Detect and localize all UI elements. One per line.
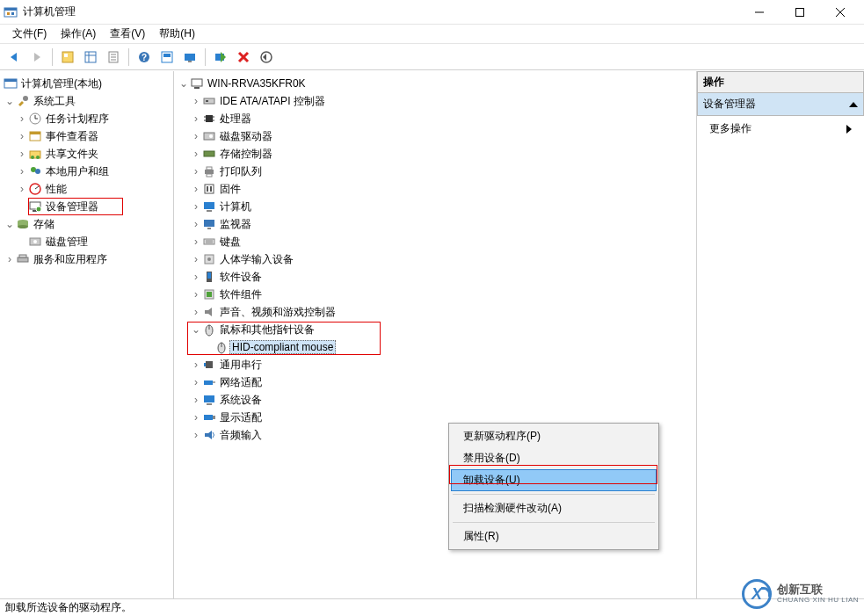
device-usb-serial[interactable]: ›通用串行 <box>174 356 696 373</box>
forward-button[interactable] <box>26 47 47 68</box>
expand-icon[interactable]: › <box>190 127 202 145</box>
tree-item-services-apps[interactable]: › 服务和应用程序 <box>0 250 173 268</box>
menu-help[interactable]: 帮助(H) <box>152 25 202 43</box>
close-button[interactable] <box>820 0 860 25</box>
tree-item-task-scheduler[interactable]: › 任务计划程序 <box>0 110 173 127</box>
svg-rect-38 <box>30 132 40 134</box>
export-button[interactable] <box>103 47 124 68</box>
usb-icon <box>202 358 216 372</box>
expand-icon[interactable]: ⌄ <box>178 75 190 92</box>
device-soft-dev[interactable]: ›软件设备 <box>174 268 696 286</box>
expand-icon[interactable]: › <box>190 303 202 321</box>
back-button[interactable] <box>4 47 25 68</box>
expand-icon[interactable]: › <box>190 180 202 198</box>
watermark-text: 创新互联 CHUANG XIN HU LIAN <box>777 583 859 604</box>
tree-item-device-manager[interactable]: 设备管理器 <box>0 198 173 215</box>
expand-icon[interactable]: › <box>16 127 28 145</box>
svg-point-41 <box>36 156 40 159</box>
svg-rect-96 <box>204 395 214 402</box>
expand-icon[interactable]: › <box>16 110 28 127</box>
scan-hardware-button[interactable] <box>210 47 231 68</box>
device-sys-devices[interactable]: ›系统设备 <box>174 391 696 409</box>
audio-icon <box>202 428 216 442</box>
expand-icon[interactable]: › <box>190 286 202 303</box>
expand-icon[interactable]: › <box>4 250 16 268</box>
device-sound[interactable]: ›声音、视频和游戏控制器 <box>174 303 696 321</box>
tree-label: 服务和应用程序 <box>33 252 107 267</box>
toolbar-button-6[interactable] <box>156 47 178 68</box>
device-mouse-hid[interactable]: HID-compliant mouse <box>174 338 696 356</box>
expand-icon[interactable]: › <box>190 233 202 250</box>
show-hide-tree-button[interactable] <box>57 47 78 68</box>
expand-icon[interactable]: ⌄ <box>190 321 202 338</box>
tree-item-performance[interactable]: › 性能 <box>0 180 173 198</box>
device-cpu[interactable]: ›处理器 <box>174 110 696 127</box>
context-menu: 更新驱动程序(P) 禁用设备(D) 卸载设备(U) 扫描检测硬件改动(A) 属性… <box>448 423 659 550</box>
expand-icon[interactable]: › <box>190 92 202 110</box>
expand-icon[interactable]: › <box>16 145 28 163</box>
collapse-icon <box>849 102 858 107</box>
device-soft-comp[interactable]: ›软件组件 <box>174 286 696 303</box>
device-keyboard[interactable]: ›键盘 <box>174 233 696 250</box>
expand-icon[interactable]: › <box>190 426 202 444</box>
expand-icon[interactable]: › <box>190 356 202 373</box>
firmware-icon <box>202 182 216 196</box>
context-menu-disable[interactable]: 禁用设备(D) <box>451 447 657 469</box>
toolbar-separator-3 <box>205 48 206 66</box>
context-menu-scan[interactable]: 扫描检测硬件改动(A) <box>451 497 657 519</box>
context-menu-uninstall[interactable]: 卸载设备(U) <box>451 469 657 491</box>
device-disk-drives[interactable]: ›磁盘驱动器 <box>174 127 696 145</box>
svg-rect-72 <box>207 186 208 192</box>
tree-item-disk-management[interactable]: 磁盘管理 <box>0 233 173 250</box>
expand-icon[interactable]: › <box>190 268 202 286</box>
device-hid[interactable]: ›人体学输入设备 <box>174 250 696 268</box>
tree-label: 性能 <box>46 182 67 197</box>
device-root[interactable]: ⌄ WIN-RRVA35KFR0K <box>174 75 696 92</box>
menu-file[interactable]: 文件(F) <box>5 25 54 43</box>
uninstall-toolbar-button[interactable] <box>233 47 254 68</box>
tree-item-local-users[interactable]: › 本地用户和组 <box>0 163 173 180</box>
tree-item-root[interactable]: 计算机管理(本地) <box>0 75 173 92</box>
device-storage-ctrl[interactable]: ›存储控制器 <box>174 145 696 163</box>
maximize-button[interactable] <box>780 0 820 25</box>
tree-item-shared-folders[interactable]: › 共享文件夹 <box>0 145 173 163</box>
device-computer[interactable]: ›计算机 <box>174 198 696 215</box>
device-ide[interactable]: ›IDE ATA/ATAPI 控制器 <box>174 92 696 110</box>
tree-item-event-viewer[interactable]: › 事件查看器 <box>0 127 173 145</box>
tree-item-storage[interactable]: ⌄ 存储 <box>0 215 173 233</box>
expand-icon[interactable]: › <box>190 250 202 268</box>
svg-rect-67 <box>204 151 214 156</box>
svg-line-45 <box>35 186 39 189</box>
device-firmware[interactable]: ›固件 <box>174 180 696 198</box>
statusbar: 卸载所选设备的驱动程序。 <box>0 598 864 616</box>
device-monitor[interactable]: ›监视器 <box>174 215 696 233</box>
menu-action[interactable]: 操作(A) <box>54 25 103 43</box>
expand-icon[interactable]: › <box>190 198 202 215</box>
expand-icon[interactable]: › <box>190 373 202 391</box>
expand-icon[interactable]: › <box>190 391 202 409</box>
expand-icon[interactable]: ⌄ <box>4 92 16 110</box>
expand-icon[interactable]: ⌄ <box>4 215 16 233</box>
context-menu-properties[interactable]: 属性(R) <box>451 525 657 547</box>
enable-toolbar-button[interactable] <box>256 47 277 68</box>
computer-node-icon <box>202 199 216 214</box>
actions-section[interactable]: 设备管理器 <box>697 93 864 116</box>
device-mouse-category[interactable]: ⌄鼠标和其他指针设备 <box>174 321 696 338</box>
toolbar-button-7[interactable] <box>179 47 200 68</box>
context-menu-update-driver[interactable]: 更新驱动程序(P) <box>451 425 657 447</box>
actions-more[interactable]: 更多操作 <box>697 116 864 141</box>
device-net-adapter[interactable]: ›网络适配 <box>174 373 696 391</box>
expand-icon[interactable]: › <box>190 110 202 127</box>
expand-icon[interactable]: › <box>190 145 202 163</box>
help-toolbar-button[interactable]: ? <box>134 47 155 68</box>
tree-item-system-tools[interactable]: ⌄ 系统工具 <box>0 92 173 110</box>
device-print-queue[interactable]: ›打印队列 <box>174 163 696 180</box>
minimize-button[interactable] <box>739 0 780 25</box>
expand-icon[interactable]: › <box>16 163 28 180</box>
properties-toolbar-button[interactable] <box>80 47 101 68</box>
expand-icon[interactable]: › <box>190 163 202 180</box>
expand-icon[interactable]: › <box>190 215 202 233</box>
expand-icon[interactable]: › <box>190 409 202 426</box>
expand-icon[interactable]: › <box>16 180 28 198</box>
menu-view[interactable]: 查看(V) <box>103 25 152 43</box>
